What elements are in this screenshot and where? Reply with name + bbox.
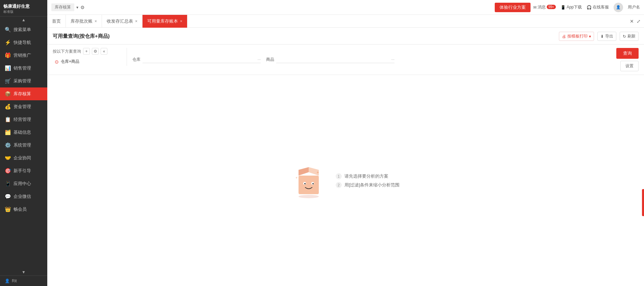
tip-text-2: 用[过滤]条件来缩小分析范围 bbox=[344, 182, 400, 188]
empty-state-container: ✦ ✦ 1 请先选择要分析的方案 2 用[过滤]条件来缩小分析范围 bbox=[292, 164, 400, 198]
sidebar-logo: 畅康通好生意 标准版 bbox=[0, 0, 47, 17]
refresh-button[interactable]: ↻ 刷新 bbox=[620, 32, 639, 41]
tab-label-available_qty: 可用量库存账本 bbox=[147, 18, 178, 24]
topbar-online-service[interactable]: 🎧 在线客服 bbox=[587, 4, 609, 10]
breadcrumb-dropdown-icon[interactable]: ▾ bbox=[76, 5, 78, 10]
right-scrollbar-handle[interactable] bbox=[642, 189, 644, 216]
app-icon: 📱 bbox=[561, 5, 566, 10]
topbar-app-download[interactable]: 📱 App下载 bbox=[561, 4, 582, 10]
setting-scheme-icon[interactable]: ⚙ bbox=[92, 48, 99, 55]
industry-button[interactable]: 体验行业方案 bbox=[495, 3, 531, 12]
sidebar-label-enterprise: 企业协同 bbox=[14, 155, 31, 161]
svg-text:✦: ✦ bbox=[316, 170, 319, 175]
empty-tips: 1 请先选择要分析的方案 2 用[过滤]条件来缩小分析范围 bbox=[336, 173, 400, 188]
warehouse-more-icon[interactable]: ··· bbox=[258, 57, 261, 61]
sidebar-item-wechat[interactable]: 💬企业微信 bbox=[0, 190, 47, 203]
sidebar-item-finance[interactable]: 💰资金管理 bbox=[0, 100, 47, 113]
tab-available_qty[interactable]: 可用量库存账本× bbox=[143, 15, 187, 28]
query-button[interactable]: 查询 bbox=[616, 48, 639, 59]
sidebar-scroll-down[interactable]: ▼ bbox=[0, 269, 47, 276]
tab-receipt_summary[interactable]: 收发存汇总表× bbox=[102, 15, 143, 28]
sidebar-label-inventory: 库存核算 bbox=[14, 91, 31, 97]
scheme-option-warehouse-product[interactable]: ⊙ 仓库+商品 bbox=[53, 57, 123, 66]
export-icon: ⬇ bbox=[600, 34, 604, 39]
sidebar-item-marketing_promo[interactable]: 🎁营销推广 bbox=[0, 49, 47, 62]
product-input[interactable] bbox=[276, 57, 391, 62]
sidebar-item-inventory[interactable]: 📦库存核算 bbox=[0, 87, 47, 100]
page-header: 可用量查询(按仓库+商品) 🖨 按模板打印 ▾ ⬇ 导出 ↻ 刷新 bbox=[47, 28, 644, 45]
tab-home[interactable]: 首页 bbox=[47, 15, 66, 28]
tab-close-all-icon[interactable]: ✕ bbox=[630, 19, 634, 24]
filter-action-buttons: 查询 设置 bbox=[616, 48, 639, 71]
page-actions: 🖨 按模板打印 ▾ ⬇ 导出 ↻ 刷新 bbox=[559, 32, 639, 41]
tab-label-batch_account: 库存批次账 bbox=[71, 18, 93, 24]
warehouse-input[interactable] bbox=[143, 57, 258, 62]
filter-scheme-panel: 按以下方案查询 + ⚙ « ⊙ 仓库+商品 bbox=[53, 48, 127, 66]
logo-version: 标准版 bbox=[3, 9, 44, 14]
empty-illustration: ✦ ✦ bbox=[292, 164, 326, 198]
refresh-icon: ↻ bbox=[623, 34, 626, 39]
svg-text:✦: ✦ bbox=[295, 176, 298, 180]
print-dropdown-icon[interactable]: ▾ bbox=[589, 34, 591, 39]
topbar-gear-icon[interactable]: ⚙ bbox=[80, 5, 85, 10]
sidebar-icon-newbie: 🎯 bbox=[5, 168, 11, 174]
add-scheme-icon[interactable]: + bbox=[83, 48, 90, 55]
sidebar-icon-finance: 💰 bbox=[5, 104, 11, 110]
topbar-messages[interactable]: ✉ 消息 99+ bbox=[533, 4, 556, 10]
tab-batch_account[interactable]: 库存批次账× bbox=[66, 15, 102, 28]
message-label: 消息 bbox=[538, 4, 546, 10]
user-avatar[interactable]: 👤 bbox=[614, 3, 623, 12]
tip-text-1: 请先选择要分析的方案 bbox=[344, 173, 388, 179]
sidebar-icon-basic: 🗂️ bbox=[5, 129, 11, 135]
filter-fields: 仓库 ··· 商品 ··· 查询 设置 bbox=[127, 48, 639, 71]
message-badge: 99+ bbox=[547, 5, 556, 9]
sidebar-icon-shortcut: ⚡ bbox=[5, 40, 11, 46]
content-area: ✦ ✦ 1 请先选择要分析的方案 2 用[过滤]条件来缩小分析范围 bbox=[47, 75, 644, 286]
sidebar-label-marketing_promo: 营销推广 bbox=[14, 52, 31, 58]
sidebar-label-appstore: 应用中心 bbox=[14, 181, 31, 187]
tab-close-batch_account[interactable]: × bbox=[95, 19, 97, 24]
sidebar-icon-appstore: 📱 bbox=[5, 181, 11, 187]
sidebar-item-appstore[interactable]: 📱应用中心 bbox=[0, 177, 47, 190]
sidebar-item-purchase[interactable]: 🛒采购管理 bbox=[0, 75, 47, 87]
sidebar-icon-inventory: 📦 bbox=[5, 91, 11, 97]
breadcrumb-text: 库存核算 bbox=[51, 3, 74, 11]
scheme-option-icon: ⊙ bbox=[55, 59, 59, 64]
sidebar-scroll-up[interactable]: ▲ bbox=[0, 17, 47, 23]
sidebar-icon-marketing_promo: 🎁 bbox=[5, 52, 11, 58]
product-more-icon[interactable]: ··· bbox=[391, 57, 394, 61]
app-label: App下载 bbox=[567, 4, 582, 10]
sidebar-item-enterprise[interactable]: 🤝企业协同 bbox=[0, 152, 47, 164]
sidebar-item-newbie[interactable]: 🎯新手引导 bbox=[0, 164, 47, 177]
sidebar-item-sales[interactable]: 📊销售管理 bbox=[0, 62, 47, 75]
sidebar-item-operations[interactable]: 📋经营管理 bbox=[0, 113, 47, 126]
service-label: 在线客服 bbox=[593, 4, 609, 10]
tab-close-receipt_summary[interactable]: × bbox=[135, 19, 137, 24]
sidebar-icon-member: 👑 bbox=[5, 206, 11, 212]
sidebar-icon-sales: 📊 bbox=[5, 65, 11, 71]
svg-point-7 bbox=[299, 195, 319, 198]
collapse-scheme-icon[interactable]: « bbox=[101, 48, 107, 55]
svg-marker-1 bbox=[299, 167, 309, 176]
scheme-label-text: 按以下方案查询 bbox=[53, 49, 81, 54]
topbar-breadcrumb: 库存核算 ▾ ⚙ bbox=[51, 3, 492, 11]
logo-name: 畅康通好生意 bbox=[3, 3, 44, 9]
sidebar-item-search[interactable]: 🔍搜索菜单 bbox=[0, 23, 47, 36]
main-content: 库存核算 ▾ ⚙ 体验行业方案 ✉ 消息 99+ 📱 App下载 🎧 在线客服 … bbox=[47, 0, 644, 286]
sidebar-item-system[interactable]: ⚙️系统管理 bbox=[0, 139, 47, 152]
empty-tip-2: 2 用[过滤]条件来缩小分析范围 bbox=[336, 182, 400, 188]
sidebar-label-operations: 经营管理 bbox=[14, 116, 31, 123]
tab-expand-icon[interactable]: ⤢ bbox=[637, 19, 641, 24]
filter-warehouse-field: 仓库 ··· bbox=[132, 56, 261, 63]
print-template-button[interactable]: 🖨 按模板打印 ▾ bbox=[559, 32, 594, 41]
sidebar-item-shortcut[interactable]: ⚡快捷导航 bbox=[0, 36, 47, 49]
username-label: 用户名 bbox=[628, 4, 640, 10]
export-button[interactable]: ⬇ 导出 bbox=[597, 32, 616, 41]
sidebar-item-basic[interactable]: 🗂️基础信息 bbox=[0, 126, 47, 139]
sidebar-label-sales: 销售管理 bbox=[14, 65, 31, 71]
warehouse-input-wrap: ··· bbox=[143, 56, 261, 63]
settings-button[interactable]: 设置 bbox=[620, 61, 639, 71]
tip-num-2: 2 bbox=[336, 182, 342, 188]
sidebar-item-member[interactable]: 👑畅会员 bbox=[0, 203, 47, 216]
tab-close-available_qty[interactable]: × bbox=[180, 19, 182, 24]
